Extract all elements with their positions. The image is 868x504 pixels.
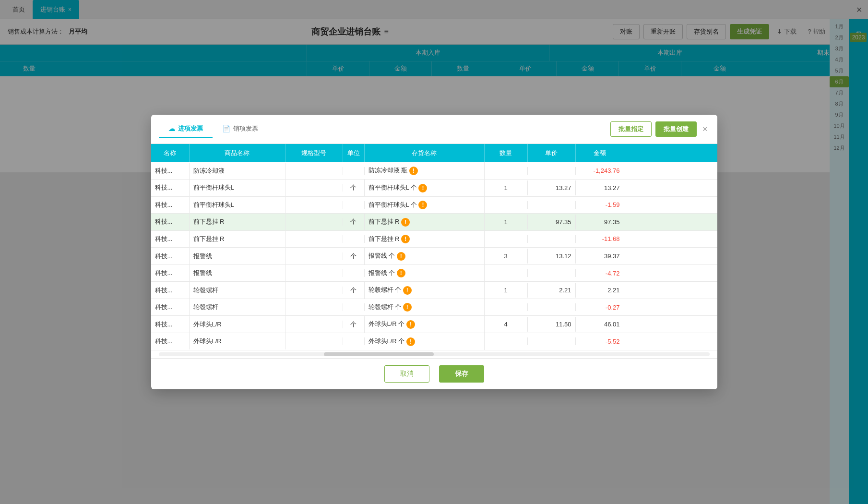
table-cell: 防冻冷却液 瓶 !	[365, 162, 485, 172]
th-unitprice: 单价	[528, 144, 576, 162]
warning-icon[interactable]: !	[409, 167, 418, 172]
tab-purchase-invoice[interactable]: ☁ 进项发票	[159, 120, 213, 138]
table-cell: 科技...	[151, 163, 190, 172]
tab-sales-invoice[interactable]: 📄 销项发票	[213, 120, 268, 138]
invoice-modal: ☁ 进项发票 📄 销项发票 批量指定 批量创建 × 名称 商品名称 规格型号 单…	[151, 115, 717, 172]
table-cell	[343, 167, 365, 172]
table-cell	[285, 167, 343, 172]
th-product: 商品名称	[190, 144, 285, 162]
table-cell: -1,243.76	[576, 163, 624, 172]
batch-designate-button[interactable]: 批量指定	[610, 121, 652, 137]
table-row[interactable]: 科技...防冻冷却液防冻冷却液 瓶 !-1,243.76	[151, 162, 717, 172]
table-cell	[485, 167, 528, 172]
table-cell: 防冻冷却液	[190, 163, 285, 172]
th-inventory: 存货名称	[365, 144, 485, 162]
table-cell	[528, 167, 576, 172]
th-amount: 金额	[576, 144, 624, 162]
th-unit: 单位	[343, 144, 365, 162]
batch-create-button[interactable]: 批量创建	[655, 121, 697, 137]
modal-tabs: ☁ 进项发票 📄 销项发票	[159, 120, 268, 138]
sales-tab-icon: 📄	[222, 125, 230, 132]
th-spec: 规格型号	[285, 144, 343, 162]
modal-header-right: 批量指定 批量创建 ×	[610, 121, 710, 137]
modal-table-header: 名称 商品名称 规格型号 单位 存货名称 数量 单价 金额	[151, 144, 717, 162]
modal-close-button[interactable]: ×	[701, 122, 710, 136]
purchase-tab-icon: ☁	[168, 125, 175, 132]
modal-table-body: 科技...防冻冷却液防冻冷却液 瓶 !-1,243.76科技...前平衡杆球头L…	[151, 162, 717, 172]
modal-overlay: ☁ 进项发票 📄 销项发票 批量指定 批量创建 × 名称 商品名称 规格型号 单…	[0, 0, 868, 172]
th-name: 名称	[151, 144, 190, 162]
th-qty: 数量	[485, 144, 528, 162]
modal-header: ☁ 进项发票 📄 销项发票 批量指定 批量创建 ×	[151, 115, 717, 144]
